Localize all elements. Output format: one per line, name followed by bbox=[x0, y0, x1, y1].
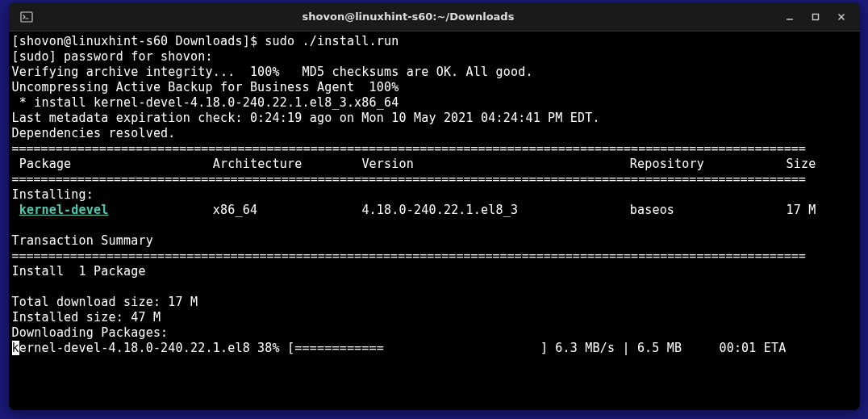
downloading-label: Downloading Packages: bbox=[12, 325, 169, 340]
divider: ========================================… bbox=[12, 172, 806, 186]
divider: ========================================… bbox=[12, 141, 806, 156]
verify-output: Verifying archive integrity... 100% MD5 … bbox=[12, 65, 533, 79]
command-text: sudo ./install.run bbox=[265, 34, 399, 48]
window-title: shovon@linuxhint-s60:~/Downloads bbox=[35, 10, 782, 23]
package-size: 17 M bbox=[787, 203, 816, 217]
progress-line: ernel-devel-4.18.0-240.22.1.el8 38% [===… bbox=[19, 341, 787, 355]
uncompress-output: Uncompressing Active Backup for Business… bbox=[12, 80, 399, 94]
col-arch: Architecture bbox=[213, 157, 303, 171]
col-package: Package bbox=[12, 157, 72, 171]
col-repo: Repository bbox=[630, 157, 704, 171]
transaction-summary-label: Transaction Summary bbox=[12, 233, 153, 248]
svg-rect-2 bbox=[812, 14, 818, 19]
metadata-output: Last metadata expiration check: 0:24:19 … bbox=[12, 111, 600, 125]
installed-size: Installed size: 47 M bbox=[12, 310, 161, 325]
divider: ========================================… bbox=[12, 249, 806, 263]
package-arch: x86_64 bbox=[213, 203, 257, 217]
package-name: kernel-devel bbox=[19, 203, 109, 217]
package-repo: baseos bbox=[630, 203, 674, 217]
cursor: k bbox=[12, 341, 19, 355]
col-size: Size bbox=[787, 157, 816, 171]
deps-output: Dependencies resolved. bbox=[12, 126, 176, 140]
install-step: * install kernel-devel-4.18.0-240.22.1.e… bbox=[12, 95, 399, 110]
terminal-window: shovon@linuxhint-s60:~/Downloads [shovon… bbox=[9, 2, 860, 410]
install-count: Install 1 Package bbox=[12, 264, 146, 279]
svg-rect-0 bbox=[21, 12, 32, 22]
terminal-output[interactable]: [shovon@linuxhint-s60 Downloads]$ sudo .… bbox=[9, 31, 860, 410]
minimize-button[interactable] bbox=[782, 10, 797, 24]
maximize-button[interactable] bbox=[808, 10, 823, 24]
titlebar[interactable]: shovon@linuxhint-s60:~/Downloads bbox=[9, 2, 860, 31]
package-version: 4.18.0-240.22.1.el8_3 bbox=[361, 203, 518, 217]
download-size: Total download size: 17 M bbox=[12, 295, 198, 309]
shell-prompt: [shovon@linuxhint-s60 Downloads]$ bbox=[12, 34, 265, 48]
installing-label: Installing: bbox=[12, 187, 94, 202]
sudo-prompt: [sudo] password for shovon: bbox=[12, 49, 213, 64]
close-button[interactable] bbox=[834, 10, 849, 24]
terminal-icon bbox=[19, 9, 35, 25]
window-controls bbox=[782, 10, 853, 24]
col-version: Version bbox=[361, 157, 414, 171]
